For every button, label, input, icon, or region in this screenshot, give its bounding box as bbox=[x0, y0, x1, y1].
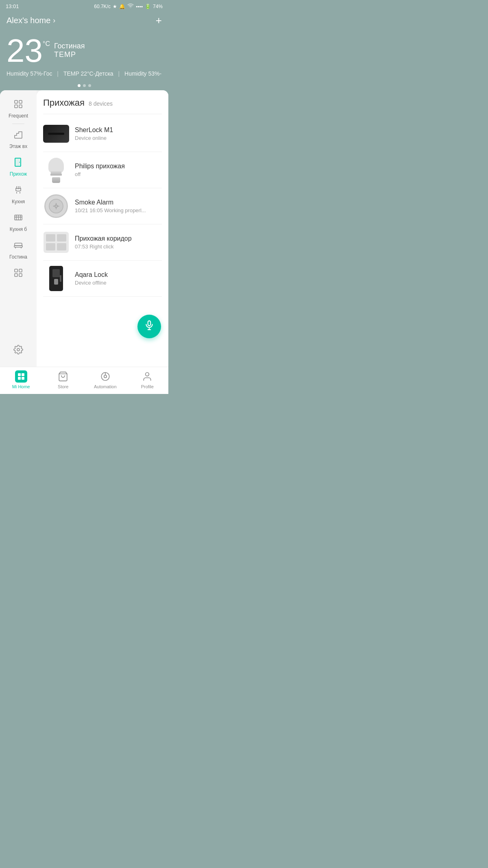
device-item-corridor[interactable]: Прихожая коридор 07:53 Right click bbox=[43, 224, 162, 261]
battery-level: 74% bbox=[153, 4, 163, 9]
sidebar-item-prikhozh[interactable]: Прихож bbox=[0, 153, 37, 180]
smoke-status: 10/21 16:05 Working properl... bbox=[75, 207, 162, 213]
sidebar-item-etazh[interactable]: Этаж вх bbox=[0, 126, 37, 152]
smoke-info: Smoke Alarm 10/21 16:05 Working properl.… bbox=[75, 199, 162, 213]
page-dots bbox=[0, 80, 168, 90]
temp-room: Гостиная bbox=[54, 42, 85, 50]
corridor-status: 07:53 Right click bbox=[75, 244, 162, 250]
door-icon bbox=[13, 157, 23, 170]
sherlock-status: Device online bbox=[75, 135, 162, 141]
stairs-icon bbox=[13, 130, 23, 142]
bell-icon: 🔔 bbox=[119, 4, 125, 9]
nav-label-store: Store bbox=[58, 384, 68, 389]
bottom-nav: Mi Home Store Automation bbox=[0, 367, 168, 394]
philips-image bbox=[43, 157, 69, 183]
svg-rect-2 bbox=[15, 105, 17, 108]
sidebar-item-kukhnya[interactable]: Кухня bbox=[0, 181, 37, 208]
nav-automation[interactable]: Automation bbox=[84, 370, 126, 389]
svg-point-38 bbox=[146, 372, 149, 376]
sidebar-label-kukhnya: Кухня bbox=[12, 199, 25, 204]
voice-fab[interactable] bbox=[137, 315, 161, 338]
dot-1 bbox=[78, 84, 81, 87]
room-devices-count: 8 devices bbox=[89, 100, 113, 107]
aqara-name: Aqara Lock bbox=[75, 271, 162, 278]
svg-rect-24 bbox=[19, 274, 22, 276]
sidebar-label-kukhnyab: Кухня б bbox=[10, 226, 27, 232]
svg-point-26 bbox=[55, 205, 57, 207]
nav-profile[interactable]: Profile bbox=[126, 370, 169, 389]
corridor-name: Прихожая коридор bbox=[75, 235, 162, 242]
store-icon-wrap bbox=[57, 370, 69, 383]
mi-square-3 bbox=[18, 377, 21, 380]
header: Alex's home › + bbox=[0, 12, 168, 30]
settings-icon bbox=[13, 345, 23, 357]
sidebar-label-gostina: Гостина bbox=[9, 254, 27, 260]
network-speed: 60.7K/c bbox=[94, 4, 111, 9]
table-icon bbox=[13, 213, 23, 225]
nav-mi-home[interactable]: Mi Home bbox=[0, 370, 42, 389]
temp-unit: °C bbox=[43, 40, 50, 48]
sensor-1: Humidity 57%-Гос bbox=[7, 70, 52, 77]
nav-label-mi-home: Mi Home bbox=[12, 384, 30, 389]
device-item-aqara[interactable]: Aqara Lock Device offline bbox=[43, 261, 162, 297]
sidebar-item-frequent[interactable]: Frequent bbox=[0, 95, 37, 122]
sensor-2: TEMP 22°C-Детска bbox=[63, 70, 113, 77]
room-name: Прихожая bbox=[43, 98, 85, 108]
chevron-right-icon: › bbox=[53, 16, 55, 25]
smoke-image bbox=[43, 193, 69, 219]
svg-rect-23 bbox=[15, 274, 17, 276]
bluetooth-icon: ★ bbox=[113, 4, 117, 9]
nav-label-automation: Automation bbox=[94, 384, 117, 389]
svg-rect-0 bbox=[15, 100, 17, 103]
device-item-smoke[interactable]: Smoke Alarm 10/21 16:05 Working properl.… bbox=[43, 188, 162, 224]
sensor-divider-2: | bbox=[118, 70, 122, 77]
sensor-3: Humidity 53%- bbox=[124, 70, 161, 77]
status-right: 60.7K/c ★ 🔔 ▪▪▪▪ 🔋 74% bbox=[94, 2, 163, 10]
sidebar: Frequent Этаж вх Прихож bbox=[0, 90, 37, 367]
svg-rect-18 bbox=[14, 246, 22, 247]
mi-square-4 bbox=[22, 377, 24, 380]
philips-status: off bbox=[75, 171, 162, 177]
sidebar-item-settings[interactable] bbox=[0, 341, 37, 360]
temp-label-col: Гостиная TEMP bbox=[54, 35, 85, 59]
mi-home-icon bbox=[15, 370, 27, 383]
sofa-icon bbox=[13, 240, 23, 252]
kitchen-icon bbox=[13, 185, 23, 197]
corridor-image bbox=[43, 229, 69, 255]
svg-rect-7 bbox=[15, 158, 21, 166]
smoke-name: Smoke Alarm bbox=[75, 199, 162, 206]
weather-section: 23 °C Гостиная TEMP Humidity 57%-Гос | T… bbox=[0, 30, 168, 80]
mi-square-2 bbox=[22, 373, 24, 376]
dot-3 bbox=[88, 84, 91, 87]
aqara-image bbox=[43, 265, 69, 292]
sidebar-item-kukhnyab[interactable]: Кухня б bbox=[0, 209, 37, 235]
mi-home-grid bbox=[18, 373, 24, 380]
mi-home-icon-wrap bbox=[15, 370, 27, 383]
grid2-icon bbox=[13, 268, 23, 280]
room-header: Прихожая 8 devices bbox=[43, 98, 162, 108]
wifi-icon bbox=[127, 2, 134, 10]
svg-rect-21 bbox=[15, 269, 17, 272]
status-bar: 13:01 60.7K/c ★ 🔔 ▪▪▪▪ 🔋 74% bbox=[0, 0, 168, 12]
sidebar-item-gostina[interactable]: Гостина bbox=[0, 236, 37, 263]
device-item-philips[interactable]: Philips прихожая off bbox=[43, 152, 162, 188]
philips-info: Philips прихожая off bbox=[75, 163, 162, 177]
temp-row: 23 °C Гостиная TEMP bbox=[7, 35, 162, 67]
sidebar-label-frequent: Frequent bbox=[9, 113, 28, 119]
device-item-sherlock[interactable]: SherLock M1 Device online bbox=[43, 116, 162, 152]
svg-point-36 bbox=[104, 375, 107, 378]
sherlock-name: SherLock M1 bbox=[75, 126, 162, 134]
svg-rect-3 bbox=[19, 105, 22, 108]
sidebar-label-etazh: Этаж вх bbox=[9, 144, 27, 149]
home-title-container[interactable]: Alex's home › bbox=[7, 16, 55, 25]
sensor-divider-1: | bbox=[57, 70, 60, 77]
temp-word: TEMP bbox=[54, 50, 85, 59]
home-name: Alex's home bbox=[7, 16, 50, 25]
nav-label-profile: Profile bbox=[141, 384, 154, 389]
sidebar-item-grid2[interactable] bbox=[0, 264, 37, 283]
add-button[interactable]: + bbox=[156, 15, 162, 26]
nav-store[interactable]: Store bbox=[42, 370, 85, 389]
signal-icon: ▪▪▪▪ bbox=[136, 4, 143, 9]
profile-icon-wrap bbox=[141, 370, 153, 383]
status-time: 13:01 bbox=[6, 3, 19, 9]
